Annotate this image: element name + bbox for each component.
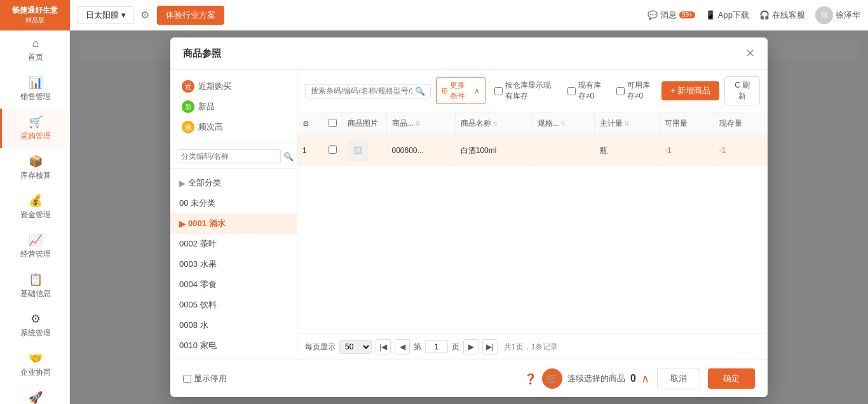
th-name-label: 商品名称 xyxy=(461,118,491,129)
refresh-button[interactable]: C 刷新 xyxy=(724,76,760,105)
cart-icon-button[interactable]: 🛒 xyxy=(542,368,562,389)
sidebar-item-home[interactable]: ⌂ 首页 xyxy=(0,30,69,69)
category-item-fruit[interactable]: 0003 水果 xyxy=(170,254,297,274)
existing-stock-checkbox[interactable] xyxy=(567,87,576,95)
td-checkbox xyxy=(323,135,342,166)
add-product-button[interactable]: + 新增商品 xyxy=(661,81,719,100)
help-icon[interactable]: ❓ xyxy=(524,373,537,385)
th-code-label: 商品... xyxy=(392,118,414,129)
row-checkbox[interactable] xyxy=(329,145,337,154)
next-page-button[interactable]: ▶ xyxy=(463,339,478,354)
td-index: 1 xyxy=(297,135,323,166)
quick-item-recent[interactable]: 近 近期购买 xyxy=(177,76,290,97)
td-code: 000600... xyxy=(386,135,455,166)
category-item-drinks[interactable]: 0005 饮料 xyxy=(170,295,297,315)
top-nav: 畅捷通好生意 精品版 日太阳膜 ▾ ⚙ 体验行业方案 💬 消息 99+ 📱 Ap… xyxy=(0,0,868,30)
chevron-down-icon: ▾ xyxy=(121,10,126,20)
category-item-liquor[interactable]: ▶ 0001 酒水 xyxy=(170,213,297,234)
sidebar-item-business[interactable]: 📈 经营管理 xyxy=(0,227,69,266)
product-reference-modal: 商品参照 ✕ 近 近期购买 新 新品 xyxy=(170,37,768,397)
modal-overlay: 商品参照 ✕ 近 近期购买 新 新品 xyxy=(70,30,868,404)
sidebar-item-purchase[interactable]: 🛒 采购管理 xyxy=(0,109,69,148)
category-search-input[interactable] xyxy=(177,149,281,163)
avatar: 徐 xyxy=(815,6,833,24)
try-industry-button[interactable]: 体验行业方案 xyxy=(157,6,224,25)
message-nav-item[interactable]: 💬 消息 99+ xyxy=(648,10,695,21)
store-dropdown[interactable]: 日太阳膜 ▾ xyxy=(78,6,134,24)
sidebar-item-label: 采购管理 xyxy=(20,131,51,142)
category-item-all[interactable]: ▶ 全部分类 xyxy=(170,173,297,193)
category-item-appliances[interactable]: 0010 家电 xyxy=(170,335,297,356)
category-search-icon[interactable]: 🔍 xyxy=(283,152,294,161)
last-page-button[interactable]: ▶| xyxy=(482,339,498,354)
show-disabled-label: 显示停用 xyxy=(194,373,227,384)
first-page-button[interactable]: |◀ xyxy=(376,339,391,354)
online-service-nav-item[interactable]: 🎧 在线客服 xyxy=(759,10,805,21)
app-download-nav-item[interactable]: 📱 App下载 xyxy=(705,10,749,21)
collapse-cart-icon[interactable]: ∧ xyxy=(641,372,649,386)
available-stock-text: 可用库存≠0 xyxy=(627,80,656,102)
cart-count: 0 xyxy=(630,373,636,384)
td-name: 白酒100ml xyxy=(455,135,532,166)
sidebar-item-system[interactable]: ⚙ 系统管理 xyxy=(0,306,69,345)
message-icon: 💬 xyxy=(648,10,658,20)
sidebar-item-finance[interactable]: 💰 资金管理 xyxy=(0,187,69,227)
main-layout: ⌂ 首页 📊 销售管理 🛒 采购管理 📦 库存核算 💰 资金管理 📈 经营管理 … xyxy=(0,30,868,404)
more-filters-button[interactable]: ⊞ 更多条件 ∧ xyxy=(436,77,485,104)
warehouse-checkbox-text: 按仓库显示现有库存 xyxy=(505,80,559,102)
th-available: 可用量 xyxy=(660,112,714,135)
basics-icon: 📋 xyxy=(29,273,43,286)
collab-icon: 🤝 xyxy=(29,351,43,365)
per-page-select[interactable]: 50 100 xyxy=(339,340,372,354)
category-item-water[interactable]: 0008 水 xyxy=(170,315,297,335)
th-unit-label: 主计量 xyxy=(600,118,623,129)
cart-area: ❓ 🛒 连续选择的商品 0 ∧ xyxy=(524,368,649,389)
warehouse-checkbox-label[interactable]: 按仓库显示现有库存 xyxy=(494,80,559,102)
right-toolbar: 🔍 ⊞ 更多条件 ∧ 按仓库显示现有库存 xyxy=(297,70,768,112)
show-disabled-checkbox[interactable] xyxy=(183,375,191,383)
category-search-area: 🔍 xyxy=(170,144,297,169)
category-item-label: 0005 饮料 xyxy=(179,299,217,311)
sidebar-item-collab[interactable]: 🤝 企业协同 xyxy=(0,345,69,384)
business-icon: 📈 xyxy=(29,233,43,247)
modal-footer: 显示停用 ❓ 🛒 连续选择的商品 0 ∧ 取消 确定 xyxy=(170,360,768,397)
sidebar-item-guide[interactable]: 🚀 新手引导 xyxy=(0,384,69,404)
existing-stock-text: 现有库存≠0 xyxy=(578,80,607,102)
td-image: 🖼 xyxy=(342,135,386,166)
search-icon[interactable]: 🔍 xyxy=(415,86,425,96)
store-name: 日太阳膜 xyxy=(86,10,119,21)
confirm-button[interactable]: 确定 xyxy=(708,368,755,389)
quick-item-frequent[interactable]: 频 频次高 xyxy=(177,117,290,137)
available-stock-checkbox-label[interactable]: 可用库存≠0 xyxy=(616,80,656,102)
select-all-checkbox[interactable] xyxy=(329,119,337,127)
sidebar-item-inventory[interactable]: 📦 库存核算 xyxy=(0,148,69,187)
prev-page-button[interactable]: ◀ xyxy=(395,339,410,354)
sidebar-item-basics[interactable]: 📋 基础信息 xyxy=(0,266,69,306)
quick-item-new[interactable]: 新 新品 xyxy=(177,97,290,117)
product-search-input[interactable] xyxy=(311,86,412,95)
guide-icon: 🚀 xyxy=(29,391,43,404)
filter-icon: ⊞ xyxy=(442,86,448,95)
category-item-snack[interactable]: 0004 零食 xyxy=(170,274,297,295)
show-disabled-checkbox-label[interactable]: 显示停用 xyxy=(183,373,227,384)
table-row[interactable]: 1 🖼 000600... 白酒100ml 瓶 xyxy=(297,135,768,166)
headset-icon: 🎧 xyxy=(759,10,770,20)
modal-close-button[interactable]: ✕ xyxy=(745,46,755,60)
per-page-label: 每页显示 xyxy=(305,342,336,353)
message-label: 消息 xyxy=(660,10,677,21)
cancel-button[interactable]: 取消 xyxy=(657,368,700,389)
stock-value: -1 xyxy=(719,146,726,155)
category-item-tea[interactable]: 0002 茶叶 xyxy=(170,234,297,254)
warehouse-checkbox[interactable] xyxy=(494,87,503,95)
chevron-up-icon: ∧ xyxy=(474,86,480,95)
existing-stock-checkbox-label[interactable]: 现有库存≠0 xyxy=(567,80,607,102)
product-table: ⚙ 商品图片 商品... ⇅ xyxy=(297,112,768,166)
available-stock-checkbox[interactable] xyxy=(616,87,625,95)
sidebar-item-sales[interactable]: 📊 销售管理 xyxy=(0,69,69,109)
category-item-uncategorized[interactable]: 00 未分类 xyxy=(170,193,297,213)
page-number-input[interactable] xyxy=(425,340,448,353)
user-nav-item[interactable]: 徐 徐泽华 xyxy=(815,6,860,24)
settings-icon[interactable]: ⚙ xyxy=(140,9,149,21)
quick-item-label: 频次高 xyxy=(198,121,223,133)
th-stock: 现存量 xyxy=(714,112,768,135)
